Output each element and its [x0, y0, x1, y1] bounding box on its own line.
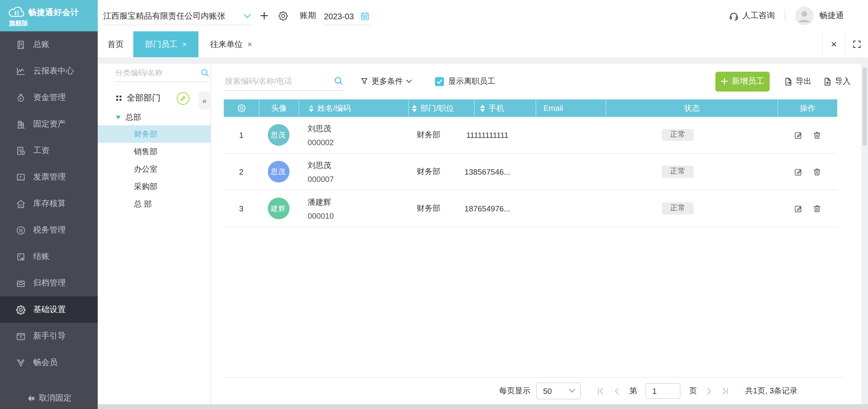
top-header: 畅捷通好会计 旗舰版 江西服宝精品有限责任公司内账张 账期 2023-03 [0, 0, 868, 32]
collapse-panel-button[interactable]: « [199, 92, 210, 110]
edit-icon[interactable] [794, 130, 803, 139]
employee-search-input[interactable] [224, 76, 334, 86]
archive-icon [16, 278, 26, 288]
sidebar-item-payroll[interactable]: ¥ 工资 [0, 137, 98, 164]
column-header-name-code[interactable]: 姓名/编码 [299, 99, 409, 117]
show-resigned-checkbox-group[interactable]: 显示离职员工 [435, 76, 495, 87]
column-header-department[interactable]: 部门/职位 [409, 99, 475, 117]
fullscreen-button[interactable] [845, 31, 868, 57]
account-settings-gear-icon[interactable] [278, 0, 288, 31]
tab-home[interactable]: 首页 [98, 31, 133, 57]
employee-toolbar: 更多条件 显示离职员工 新增员工 导出 [224, 70, 850, 93]
sidebar-item-funds[interactable]: ¥ 资金管理 [0, 84, 98, 111]
page-prefix: 第 [629, 385, 637, 396]
content-top-gap [98, 57, 868, 64]
last-page-button[interactable] [722, 387, 730, 395]
import-button[interactable]: 导入 [823, 76, 850, 87]
avatar: 思茂 [268, 124, 289, 146]
edit-departments-button[interactable] [176, 91, 190, 105]
brand-edition: 旗舰版 [9, 19, 28, 28]
svg-text:¥: ¥ [19, 96, 22, 101]
username[interactable]: 畅捷通 [819, 10, 844, 21]
employee-code: 000007 [308, 174, 334, 183]
checkbox-checked-icon[interactable] [435, 77, 444, 86]
search-icon[interactable] [334, 76, 344, 86]
close-icon: × [831, 38, 837, 50]
sidebar-item-label: 税务管理 [33, 225, 66, 236]
status-badge: 正常 [662, 129, 694, 141]
next-page-button[interactable] [706, 387, 713, 395]
page-number-input[interactable] [646, 383, 681, 399]
sort-arrows-icon[interactable] [412, 104, 417, 112]
calendar-icon [360, 11, 370, 21]
avatar: 思茂 [268, 161, 289, 182]
employee-name: 潘建辉 [308, 197, 331, 207]
tree-node-general-dept[interactable]: 总 部 [98, 195, 211, 213]
row-index: 1 [224, 117, 259, 153]
per-page-label: 每页显示 [499, 385, 530, 396]
per-page-select[interactable]: 50 [536, 382, 581, 399]
tab-label: 部门员工 [145, 39, 177, 50]
support-link[interactable]: 人工咨询 [728, 10, 775, 21]
tree-search-input[interactable] [114, 68, 200, 77]
sort-arrows-icon[interactable] [480, 104, 485, 112]
svg-text:¥: ¥ [22, 151, 24, 154]
vertical-scrollbar[interactable] [861, 64, 868, 404]
column-header-operations: 操作 [778, 99, 837, 117]
previous-page-button[interactable] [613, 387, 621, 395]
unpin-sidebar-button[interactable]: 取消固定 [0, 393, 98, 404]
export-button[interactable]: 导出 [783, 76, 811, 87]
edit-icon[interactable] [794, 204, 803, 213]
sidebar-item-tax[interactable]: 税 税务管理 [0, 217, 98, 243]
tree-node-sales-dept[interactable]: 销售部 [98, 143, 211, 160]
user-avatar[interactable] [795, 6, 813, 25]
edit-icon[interactable] [794, 167, 803, 176]
search-icon[interactable] [200, 68, 210, 77]
building-icon [16, 119, 26, 129]
tree-root-row[interactable]: 全部部门 [98, 89, 211, 107]
sidebar-item-beginner-guide[interactable]: 新手引导 [0, 323, 98, 349]
tab-close-icon[interactable]: × [182, 40, 187, 48]
tab-department-employees[interactable]: 部门员工 × [133, 31, 198, 57]
sidebar-item-label: 工资 [33, 145, 50, 156]
operations-cell [778, 190, 837, 227]
tree-node-office[interactable]: 办公室 [98, 160, 211, 178]
sidebar-item-basic-settings[interactable]: 基础设置 [0, 296, 98, 323]
tree-node-purchasing-dept[interactable]: 采购部 [98, 178, 211, 195]
sidebar-item-archive[interactable]: 归档管理 [0, 270, 98, 296]
delete-icon[interactable] [812, 130, 822, 139]
tree-node-headquarters[interactable]: 总部 [98, 110, 211, 125]
more-filters-button[interactable]: 更多条件 [360, 76, 412, 87]
scrollbar-thumb[interactable] [863, 67, 867, 146]
operations-cell [778, 117, 837, 153]
delete-icon[interactable] [812, 204, 822, 213]
first-page-button[interactable] [597, 387, 605, 395]
divider [784, 10, 785, 22]
company-selector[interactable]: 江西服宝精品有限责任公司内账张 [103, 8, 251, 25]
sidebar-item-cloud-reports[interactable]: 云报表中心 [0, 58, 98, 84]
status-badge: 正常 [662, 202, 694, 214]
sidebar-item-invoices[interactable]: ¥ 发票管理 [0, 164, 98, 190]
tree-children: 财务部 销售部 办公室 采购部 总 部 [98, 125, 211, 213]
period-label: 账期 [300, 0, 316, 31]
column-header-email: Email [536, 99, 606, 117]
add-employee-button[interactable]: 新增员工 [715, 71, 770, 91]
delete-icon[interactable] [812, 167, 822, 176]
period-selector[interactable]: 2023-03 [324, 8, 370, 25]
column-header-phone[interactable]: 手机 [475, 99, 536, 117]
sidebar-item-inventory[interactable]: 库存核算 [0, 190, 98, 217]
sidebar-item-closing[interactable]: ¥ 结账 [0, 243, 98, 270]
add-account-button[interactable] [259, 0, 269, 31]
tab-business-partners[interactable]: 往来单位 × [198, 31, 264, 57]
tab-close-icon[interactable]: × [247, 40, 252, 48]
close-all-tabs-button[interactable]: × [822, 31, 845, 57]
sidebar-item-fixed-assets[interactable]: 固定资产 [0, 111, 98, 137]
column-settings-header[interactable] [224, 99, 259, 117]
tree-node-finance-dept[interactable]: 财务部 [98, 125, 211, 143]
tree-expand-arrow-icon[interactable] [116, 116, 121, 119]
sidebar-item-general-ledger[interactable]: ¥ 总账 [0, 31, 98, 58]
sort-arrows-icon[interactable] [309, 104, 314, 112]
headset-icon [728, 10, 739, 21]
ledger-icon: ¥ [16, 39, 26, 50]
sidebar-item-member[interactable]: 畅会员 [0, 349, 98, 376]
